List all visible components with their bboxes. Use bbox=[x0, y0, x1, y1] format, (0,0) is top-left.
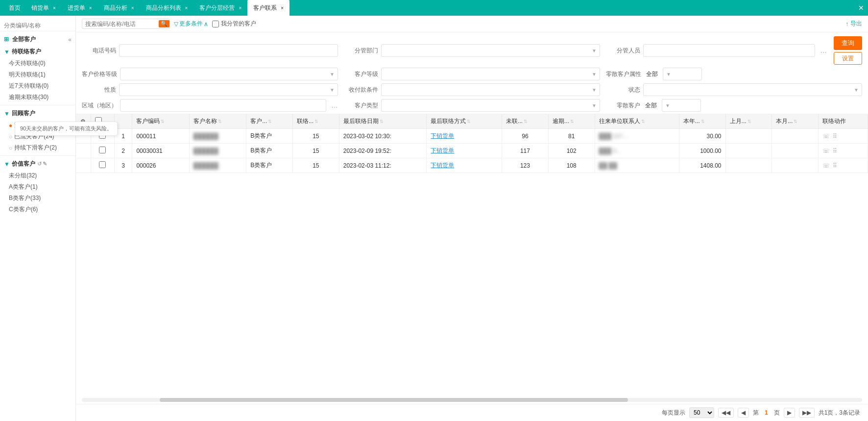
close-product-analysis-list-icon[interactable]: × bbox=[185, 5, 188, 11]
last-page-button[interactable]: ▶▶ bbox=[799, 408, 815, 418]
page-word-before: 第 bbox=[753, 409, 759, 417]
sidebar-item-ungrouped[interactable]: 未分组(32) bbox=[0, 170, 75, 181]
close-all-button[interactable]: ✕ bbox=[858, 4, 864, 12]
close-purchase-order-icon[interactable]: × bbox=[89, 5, 92, 11]
table-area: ⚙ 客户编码⇅ 客户名称⇅ 客户...⇅ 联络...⇅ 最后联络日期⇅ 最后联络… bbox=[76, 114, 868, 396]
sidebar-group-review-customers[interactable]: ▼ 回顾客户 bbox=[0, 107, 75, 120]
settings-button[interactable]: 设置 bbox=[834, 52, 862, 65]
row-3-checkbox[interactable] bbox=[99, 161, 106, 168]
sort-year-icon: ⇅ bbox=[701, 119, 705, 124]
tab-customer-segmentation[interactable]: 客户分层经营 × bbox=[193, 0, 247, 16]
filter-icon: ▽ bbox=[174, 21, 178, 27]
sidebar-search-container: 🔍 bbox=[0, 20, 75, 31]
contact-icon-1[interactable]: ☏ bbox=[822, 133, 830, 140]
menu-icon-1[interactable]: ⠿ bbox=[833, 133, 837, 140]
customer-type-select[interactable]: ▼ bbox=[381, 99, 600, 112]
sidebar-item-declining[interactable]: ○ 持续下滑客户(2) bbox=[0, 142, 75, 153]
page-word-after: 页 bbox=[774, 409, 780, 417]
td-way-1[interactable]: 下销货单 bbox=[427, 129, 502, 144]
sidebar-group-pending-contact[interactable]: ▼ 待联络客户 bbox=[0, 46, 75, 58]
td-way-2[interactable]: 下销货单 bbox=[427, 144, 502, 158]
sidebar-item-tomorrow-contact[interactable]: 明天待联络(1) bbox=[0, 69, 75, 80]
prev-page-button[interactable]: ◀ bbox=[738, 408, 749, 418]
th-overdue[interactable]: 逾期...⇅ bbox=[548, 114, 595, 129]
payment-terms-select[interactable]: ▼ bbox=[381, 83, 600, 96]
nature-select[interactable]: ▼ bbox=[119, 83, 338, 96]
sidebar-collapse-icon[interactable]: « bbox=[68, 36, 72, 43]
th-this-year[interactable]: 本年...⇅ bbox=[679, 114, 725, 129]
sidebar-group-value-customers[interactable]: ▼ 价值客户 ↺ ✎ bbox=[0, 158, 75, 170]
th-this-month[interactable]: 本月...⇅ bbox=[772, 114, 819, 129]
menu-icon-2[interactable]: ⠿ bbox=[833, 148, 837, 154]
close-sales-order-icon[interactable]: × bbox=[53, 5, 56, 11]
region-input[interactable] bbox=[120, 99, 326, 112]
customer-table: ⚙ 客户编码⇅ 客户名称⇅ 客户...⇅ 联络...⇅ 最后联络日期⇅ 最后联络… bbox=[76, 114, 868, 173]
arrow-down-icon: ▼ bbox=[4, 49, 10, 55]
sort-contact-icon: ⇅ bbox=[314, 119, 318, 124]
td-this-year-3: 1408.00 bbox=[679, 158, 725, 173]
search-button[interactable]: 🔍 bbox=[159, 20, 169, 27]
th-not-contacted[interactable]: 未联...⇅ bbox=[502, 114, 549, 129]
my-customers-checkbox[interactable]: 我分管的客户 bbox=[212, 20, 256, 28]
th-last-contact-way[interactable]: 最后联络方式⇅ bbox=[427, 114, 502, 129]
home-tab[interactable]: 首页 bbox=[4, 0, 25, 16]
sidebar-item-class-a[interactable]: A类客户(1) bbox=[0, 181, 75, 193]
horizontal-scrollbar[interactable] bbox=[82, 398, 862, 402]
phone-input[interactable] bbox=[119, 44, 338, 57]
my-customers-checkbox-input[interactable] bbox=[212, 21, 219, 27]
next-page-button[interactable]: ▶ bbox=[784, 408, 795, 418]
per-page-select[interactable]: 50 100 bbox=[689, 407, 714, 418]
edit-icon[interactable]: ✎ bbox=[43, 161, 47, 167]
sidebar-item-7day-contact[interactable]: 近7天待联络(0) bbox=[0, 80, 75, 92]
sidebar-item-class-c[interactable]: C类客户(6) bbox=[0, 204, 75, 215]
th-type[interactable]: 客户...⇅ bbox=[246, 114, 293, 129]
retail-customer-select[interactable]: ▼ bbox=[662, 99, 701, 112]
region-dots-icon[interactable]: … bbox=[331, 101, 338, 109]
sidebar-all-customers[interactable]: ⊞ 全部客户 « bbox=[0, 33, 75, 46]
sidebar-item-class-b[interactable]: B类客户(33) bbox=[0, 193, 75, 204]
th-contact[interactable]: 联络...⇅ bbox=[292, 114, 339, 129]
query-button[interactable]: 查询 bbox=[834, 36, 862, 50]
th-last-contact-date[interactable]: 最后联络日期⇅ bbox=[339, 114, 427, 129]
sidebar-item-today-contact[interactable]: 今天待联络(0) bbox=[0, 58, 75, 69]
more-conditions-button[interactable]: ▽ 更多条件 ∧ bbox=[174, 20, 208, 28]
export-button[interactable]: ↑ 导出 bbox=[845, 20, 862, 28]
tab-customer-contact[interactable]: 客户联系 × bbox=[247, 0, 289, 16]
retail-attr-select[interactable]: ▼ bbox=[663, 68, 702, 80]
td-action-2: ☏ ⠿ bbox=[818, 144, 868, 158]
scrollbar-thumb[interactable] bbox=[160, 398, 628, 402]
customer-level-select[interactable]: ▼ bbox=[381, 68, 600, 80]
td-code-1: 000011 bbox=[132, 129, 189, 144]
th-unit-contact[interactable]: 往来单位联系人⇅ bbox=[595, 114, 679, 129]
close-product-analysis-icon[interactable]: × bbox=[131, 5, 134, 11]
close-customer-seg-icon[interactable]: × bbox=[239, 5, 241, 11]
sidebar-item-overdue-contact[interactable]: 逾期未联络(30) bbox=[0, 92, 75, 103]
contact-icon-2[interactable]: ☏ bbox=[822, 148, 830, 154]
th-last-month[interactable]: 上月...⇅ bbox=[725, 114, 772, 129]
th-code[interactable]: 客户编码⇅ bbox=[132, 114, 189, 129]
first-page-button[interactable]: ◀◀ bbox=[718, 408, 734, 418]
search-input[interactable] bbox=[85, 21, 159, 27]
td-unit-contact-3: ██ ██ bbox=[595, 158, 679, 173]
th-name[interactable]: 客户名称⇅ bbox=[189, 114, 246, 129]
td-way-3[interactable]: 下销货单 bbox=[427, 158, 502, 173]
td-type-2: B类客户 bbox=[246, 144, 293, 158]
menu-icon-3[interactable]: ⠿ bbox=[833, 162, 837, 169]
manager-input[interactable] bbox=[643, 44, 815, 57]
manager-dots-icon[interactable]: … bbox=[820, 47, 827, 54]
tab-purchase-order[interactable]: 进货单 × bbox=[62, 0, 98, 16]
tab-product-analysis-list[interactable]: 商品分析列表 × bbox=[140, 0, 194, 16]
price-level-select[interactable]: ▼ bbox=[120, 68, 338, 80]
row-2-checkbox[interactable] bbox=[99, 147, 106, 153]
status-select[interactable]: ▼ bbox=[643, 83, 862, 96]
tab-product-analysis[interactable]: 商品分析 × bbox=[98, 0, 140, 16]
warning-icon: ● bbox=[9, 122, 12, 129]
close-customer-contact-icon[interactable]: × bbox=[281, 5, 284, 11]
tab-sales-order[interactable]: 销货单 × bbox=[25, 0, 62, 16]
refresh-icon[interactable]: ↺ bbox=[37, 161, 42, 167]
sidebar-search-input[interactable] bbox=[4, 22, 76, 29]
contact-icon-3[interactable]: ☏ bbox=[822, 162, 830, 169]
td-checkbox-2[interactable] bbox=[91, 144, 114, 158]
td-checkbox-3[interactable] bbox=[91, 158, 114, 173]
dept-select[interactable]: ▼ bbox=[381, 44, 600, 57]
